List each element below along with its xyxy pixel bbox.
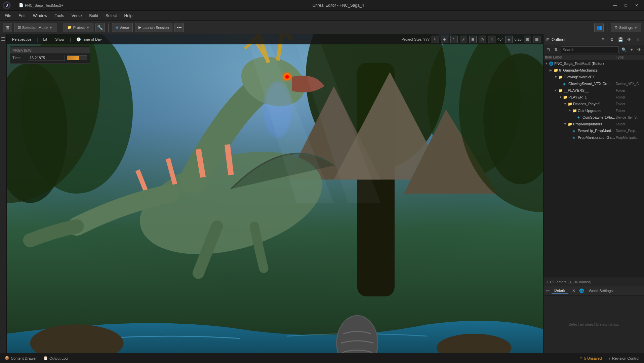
outliner-settings-icon[interactable]: ⚙	[608, 36, 615, 43]
project-tab[interactable]: 📄 FNC_Saga_TestMap2+	[16, 2, 66, 8]
menu-select[interactable]: Select	[102, 12, 120, 19]
menu-tools[interactable]: Tools	[51, 12, 68, 19]
viewport-layout-icon[interactable]: ▦	[533, 36, 540, 43]
tree-item[interactable]: ◈PowerUp_PropManipula...Device_Prop...	[544, 127, 644, 134]
tree-expand-arrow[interactable]: ▼	[554, 89, 558, 92]
tree-item[interactable]: ◈PropManipulationGam...PropManipula...	[544, 134, 644, 141]
viewport-grid-icon[interactable]: ⊞	[524, 36, 531, 43]
outliner-close-icon[interactable]: ✕	[635, 36, 641, 43]
outliner-eye-icon[interactable]: 👁	[626, 36, 633, 43]
menu-edit[interactable]: Edit	[15, 12, 29, 19]
tree-item[interactable]: ▼📁PropManipulatorsFolder	[544, 121, 644, 127]
left-strip-menu[interactable]: ☰	[0, 36, 7, 42]
tree-item-label: GlowingSwordVFX	[564, 75, 616, 79]
tree-item[interactable]: ▼📁PLAYER_1Folder	[544, 94, 644, 100]
outliner-status: 3,136 actors (3,136 loaded)	[544, 278, 644, 286]
unsaved-indicator[interactable]: ⚠ 5 Unsaved	[577, 355, 604, 361]
tree-item[interactable]: ▼🌐FNC_Saga_TestMap2 (Editor)	[544, 60, 644, 67]
menu-build[interactable]: Build	[86, 12, 102, 19]
menu-help[interactable]: Help	[121, 12, 136, 19]
selection-mode-label: Selection Mode	[22, 26, 48, 30]
details-close-icon[interactable]: ✕	[570, 287, 577, 294]
details-header: ✏ Details ✕ 🌐 World Settings	[544, 286, 644, 295]
launch-session-button[interactable]: ▶ Launch Session	[135, 23, 172, 32]
tree-expand-arrow[interactable]: ▼	[554, 75, 558, 79]
outliner-search-input[interactable]	[561, 46, 619, 53]
menu-window[interactable]: Window	[30, 12, 51, 19]
outliner-tree[interactable]: ▼🌐FNC_Saga_TestMap2 (Editor)▶📁6_Gameplay…	[544, 60, 644, 278]
project-button[interactable]: 📁 Project ▼	[64, 23, 93, 32]
revision-control-button[interactable]: ⑂ Revision Control	[606, 356, 641, 361]
tree-item[interactable]: ▼📁CoinUpgradesFolder	[544, 107, 644, 114]
viewport-lit-button[interactable]: Lit	[41, 36, 50, 42]
tree-item-type: Device_Prop...	[616, 129, 643, 133]
tree-expand-arrow[interactable]: ▼	[564, 102, 568, 106]
menu-verse[interactable]: Verse	[68, 12, 85, 19]
toolbar-tools-icon[interactable]: 🔧	[95, 23, 105, 32]
viewport-image	[7, 34, 543, 353]
output-log-label: Output Log	[49, 356, 68, 360]
outliner-filter-icon[interactable]: ⊟	[600, 36, 606, 43]
tree-item[interactable]: ◈GlowingSword_VFX Cre...Device_VFX_C...	[544, 80, 644, 87]
toolbar-more-icon[interactable]: •••	[174, 23, 184, 32]
outliner-view-icon[interactable]: 👁	[636, 46, 643, 53]
verse-button[interactable]: ◆ Verse	[112, 23, 133, 32]
content-drawer-button[interactable]: 📦 Content Drawer	[3, 355, 39, 361]
tree-item-label: PropManipulationGam...	[578, 135, 616, 139]
viewport-snap-icon[interactable]: ⊞	[469, 36, 477, 43]
device-icon: ◈	[577, 115, 582, 120]
tree-item[interactable]: ▶📁6_GameplayMechanics	[544, 67, 644, 74]
folder-icon: 📁	[558, 88, 564, 93]
minimize-button[interactable]: —	[610, 2, 620, 9]
tree-item[interactable]: ▼📁GlowingSwordVFX	[544, 74, 644, 80]
viewport-scale-icon[interactable]: ⤢	[460, 36, 467, 43]
column-label-header[interactable]: Item Label	[545, 55, 616, 59]
tree-expand-arrow[interactable]: ▶	[550, 69, 554, 72]
viewport-camera-speed-icon[interactable]: 4	[488, 36, 495, 43]
viewport-translate-icon[interactable]: ⊕	[441, 36, 448, 43]
output-log-button[interactable]: 📋 Output Log	[41, 355, 70, 361]
details-tab[interactable]: Details	[552, 287, 568, 294]
viewport-topbar: Perspective | Lit Show | 🕐 Time of Day P…	[7, 34, 543, 44]
toolbar-users-icon[interactable]: 👥	[594, 23, 604, 32]
selection-mode-arrow: ▼	[49, 26, 53, 30]
preview-time-slider[interactable]	[67, 55, 87, 60]
tree-item[interactable]: ▼📁Devices_Player1Folder	[544, 100, 644, 107]
settings-arrow: ▼	[634, 26, 638, 30]
outliner-add-btn[interactable]: +	[628, 46, 635, 53]
outliner-save-icon[interactable]: 💾	[617, 36, 624, 43]
settings-icon: ⚙	[614, 25, 618, 30]
outliner-filter-btn[interactable]: ⊟	[545, 46, 552, 53]
unsaved-icon: ⚠	[579, 356, 583, 360]
toolbar-grid-icon[interactable]: ⊞	[3, 23, 12, 32]
outliner-search-icon[interactable]: 🔍	[620, 46, 627, 53]
viewport-select-icon[interactable]: ↖	[432, 36, 439, 43]
selection-mode-button[interactable]: ⊡ Selection Mode ▼	[14, 23, 56, 32]
outliner-panel-icon: ⊞	[546, 37, 550, 42]
viewport-timeofday-button[interactable]: 🕐 Time of Day	[74, 36, 105, 43]
tree-item-type: PropManipula...	[616, 136, 643, 139]
tree-expand-arrow[interactable]: ▼	[545, 62, 549, 65]
viewport-perspective-button[interactable]: Perspective	[9, 36, 34, 42]
tree-item[interactable]: ▼📁__PLAYERS__Folder	[544, 87, 644, 94]
settings-button[interactable]: ⚙ Settings ▼	[611, 23, 641, 32]
launch-session-label: Launch Session	[143, 26, 169, 30]
preview-time-value[interactable]: 16.21875	[28, 55, 65, 61]
world-settings-tab[interactable]: World Settings	[586, 288, 615, 294]
viewport-container[interactable]: Perspective | Lit Show | 🕐 Time of Day P…	[7, 34, 543, 353]
viewport-surface-snapping[interactable]: ◎	[479, 36, 486, 43]
viewport-rotate-icon[interactable]: ↻	[450, 36, 458, 43]
revision-control-label: Revision Control	[612, 356, 639, 360]
tree-expand-arrow[interactable]: ▼	[568, 109, 572, 112]
viewport-show-button[interactable]: Show	[52, 36, 67, 42]
maximize-button[interactable]: □	[621, 2, 631, 9]
viewport-fov-icon[interactable]: ◈	[505, 36, 513, 43]
menu-file[interactable]: File	[1, 12, 14, 19]
tree-expand-arrow[interactable]: ▼	[559, 95, 563, 99]
outliner-sort-btn[interactable]: ⇅	[553, 46, 559, 53]
close-button[interactable]: ✕	[632, 2, 641, 9]
tree-item[interactable]: ◈CoinSpawner1Pla...Device_ItemS...	[544, 114, 644, 121]
device-icon: ◈	[572, 135, 578, 140]
tree-expand-arrow[interactable]: ▼	[564, 122, 568, 126]
column-type-header[interactable]: Type	[616, 55, 643, 59]
